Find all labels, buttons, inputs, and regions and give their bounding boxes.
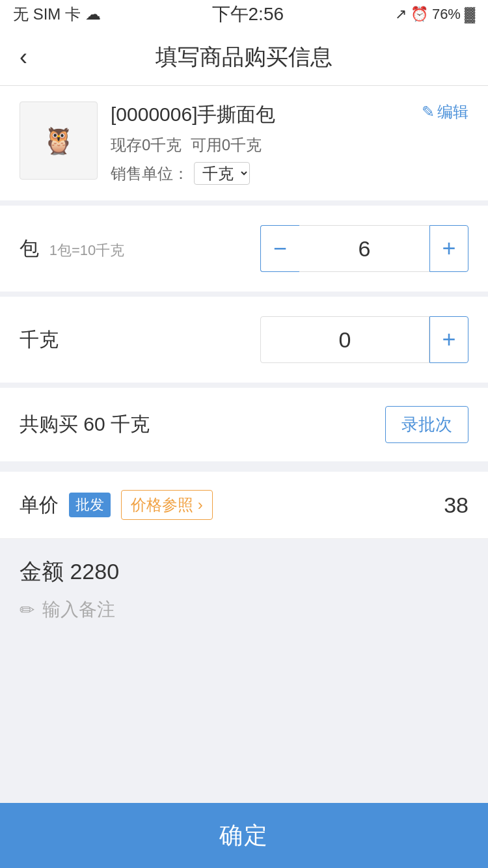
bao-label: 包 1包=10千克 xyxy=(20,236,124,262)
price-tag: 批发 xyxy=(69,493,111,517)
remark-icon: ✏ xyxy=(20,599,34,621)
kg-increment-button[interactable]: + xyxy=(429,316,468,363)
bao-quantity-control: − + xyxy=(260,225,468,272)
kg-quantity-input[interactable] xyxy=(260,316,429,363)
kg-quantity-control: + xyxy=(260,316,468,363)
product-name: [0000006]手撕面包 xyxy=(111,102,409,128)
battery-level: 76% xyxy=(432,6,461,23)
price-section: 单价 批发 价格参照 › 38 xyxy=(0,472,488,539)
product-unit-row: 销售单位： 千克 xyxy=(111,162,409,185)
amount-section: 金额 2280 ✏ 输入备注 xyxy=(0,539,488,632)
bao-row: 包 1包=10千克 − + xyxy=(20,206,468,292)
product-info: [0000006]手撕面包 现存0千克 可用0千克 销售单位： 千克 xyxy=(111,102,409,185)
product-logo: 🦉 xyxy=(36,118,81,163)
edit-icon: ✎ xyxy=(422,103,435,121)
kg-label: 千克 xyxy=(20,327,59,353)
kg-row: 千克 + xyxy=(20,297,468,383)
summary-text: 共购买 60 千克 xyxy=(20,411,150,438)
sim-status: 无 SIM 卡 ☁ xyxy=(13,4,101,25)
confirm-button[interactable]: 确定 xyxy=(0,803,488,868)
bao-increment-button[interactable]: + xyxy=(429,225,468,272)
price-label: 单价 xyxy=(20,492,59,519)
price-ref-button[interactable]: 价格参照 › xyxy=(121,490,213,520)
edit-button[interactable]: ✎ 编辑 xyxy=(422,102,468,122)
remark-placeholder: 输入备注 xyxy=(42,597,115,622)
unit-select[interactable]: 千克 xyxy=(194,162,250,185)
product-thumbnail: 🦉 xyxy=(20,102,98,180)
kg-section: 千克 + xyxy=(0,297,488,383)
location-icon: ↗ xyxy=(395,6,407,23)
batch-button[interactable]: 录批次 xyxy=(385,406,468,443)
summary-section: 共购买 60 千克 录批次 xyxy=(0,388,488,461)
bottom-spacer xyxy=(0,632,488,704)
divider xyxy=(0,467,488,472)
price-value: 38 xyxy=(444,493,468,518)
status-left: 无 SIM 卡 ☁ xyxy=(13,4,101,25)
product-stock: 现存0千克 可用0千克 xyxy=(111,135,409,156)
page-title: 填写商品购买信息 xyxy=(156,42,332,72)
bao-section: 包 1包=10千克 − + xyxy=(0,206,488,292)
status-time: 下午2:56 xyxy=(212,2,284,27)
amount-row: 金额 2280 xyxy=(20,557,468,587)
status-bar: 无 SIM 卡 ☁ 下午2:56 ↗ ⏰ 76% ▓ xyxy=(0,0,488,29)
nav-bar: ‹ 填写商品购买信息 xyxy=(0,29,488,86)
alarm-icon: ⏰ xyxy=(411,6,428,23)
product-card: 🦉 [0000006]手撕面包 现存0千克 可用0千克 销售单位： 千克 ✎ 编… xyxy=(0,86,488,206)
remark-row[interactable]: ✏ 输入备注 xyxy=(20,597,468,622)
battery-icon: ▓ xyxy=(465,6,475,23)
back-button[interactable]: ‹ xyxy=(20,44,27,71)
status-right: ↗ ⏰ 76% ▓ xyxy=(395,6,475,23)
bao-quantity-input[interactable] xyxy=(299,225,429,272)
bao-decrement-button[interactable]: − xyxy=(260,225,299,272)
